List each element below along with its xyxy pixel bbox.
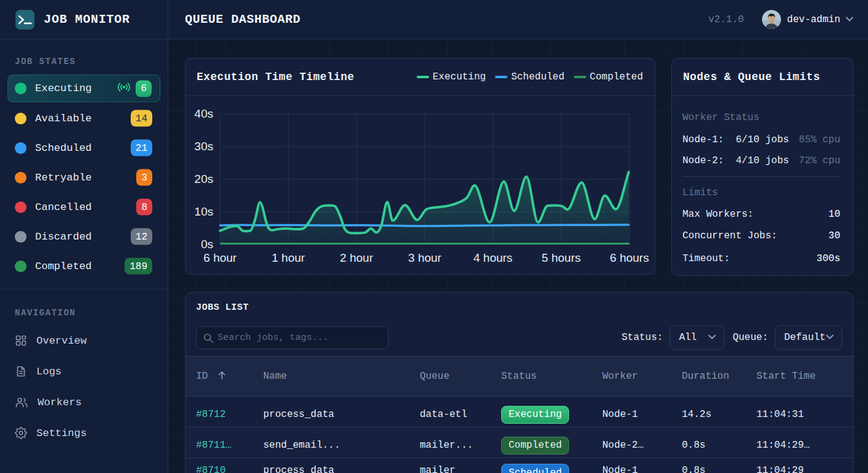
svg-text:5 hours: 5 hours: [542, 251, 581, 264]
svg-text:30s: 30s: [194, 140, 213, 153]
svg-text:4 hours: 4 hours: [473, 251, 512, 264]
svg-text:3 hour: 3 hour: [408, 251, 442, 264]
svg-text:10s: 10s: [194, 205, 213, 218]
svg-text:6 hours: 6 hours: [610, 251, 649, 264]
svg-text:0s: 0s: [201, 238, 213, 251]
svg-text:1 hour: 1 hour: [272, 251, 306, 264]
svg-text:20s: 20s: [194, 172, 213, 185]
svg-text:2 hour: 2 hour: [340, 251, 374, 264]
svg-text:40s: 40s: [194, 107, 213, 120]
svg-text:6 hour: 6 hour: [203, 251, 237, 264]
